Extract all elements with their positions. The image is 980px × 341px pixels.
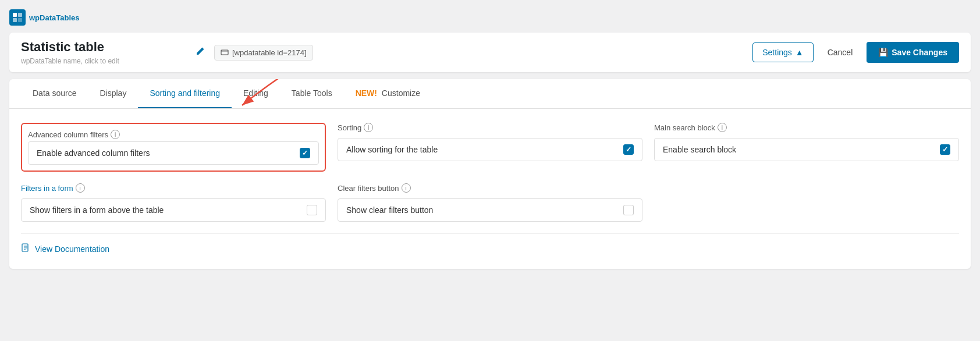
new-badge: NEW! [356,88,377,98]
logo-area: wpDataTables [9,9,79,26]
section-advanced-column-filters: Advanced column filters i Enable advance… [21,123,326,172]
option-enable-search-block: Enable search block [654,138,959,161]
info-icon-filters-form[interactable]: i [76,183,85,193]
info-icon-advanced-filters[interactable]: i [111,130,120,139]
table-name-wrapper: wpDataTable name, click to edit [21,40,186,65]
tab-customize[interactable]: NEW! Customize [344,79,432,108]
section-placeholder [654,183,959,222]
shortcode-badge[interactable]: [wpdatatable id=2174] [214,45,313,61]
save-icon: 💾 [878,48,888,57]
settings-row-1: Advanced column filters i Enable advance… [21,123,959,172]
tab-sorting-filtering[interactable]: Sorting and filtering [138,79,232,108]
cancel-button[interactable]: Cancel [821,43,860,62]
tabs-bar: Data source Display Sorting and filterin… [9,79,971,109]
enable-advanced-filters-checkbox[interactable] [300,148,310,158]
tab-customize-label: Customize [382,88,420,98]
table-name-input[interactable] [21,40,186,56]
table-name-subtitle: wpDataTable name, click to edit [21,57,186,65]
option-allow-sorting: Allow sorting for the table [338,138,642,161]
option-show-filters-form: Show filters in a form above the table [21,198,326,222]
section-label-advanced-filters: Advanced column filters i [28,130,319,139]
tab-data-source[interactable]: Data source [21,79,88,108]
document-icon [21,243,30,255]
tab-table-tools[interactable]: Table Tools [280,79,344,108]
save-button[interactable]: 💾 Save Changes [867,42,959,63]
svg-rect-0 [13,13,17,17]
section-main-search-block: Main search block i Enable search block [654,123,959,172]
settings-label: Settings [762,48,792,57]
tab-editing[interactable]: Editing [232,79,280,108]
option-show-clear-filters: Show clear filters button [338,198,642,222]
shortcode-text: [wpdatatable id=2174] [232,48,307,57]
settings-button[interactable]: Settings ▲ [752,42,813,62]
option-enable-advanced-filters: Enable advanced column filters [28,141,319,165]
section-label-sorting: Sorting i [338,123,642,132]
settings-row-2: Filters in a form i Show filters in a fo… [21,183,959,222]
content-area: Advanced column filters i Enable advance… [9,109,971,269]
title-right: Settings ▲ Cancel 💾 Save Changes [752,42,959,63]
section-clear-filters-button: Clear filters button i Show clear filter… [338,183,642,222]
info-icon-clear-filters[interactable]: i [402,183,411,193]
allow-sorting-label: Allow sorting for the table [346,145,438,154]
show-filters-form-checkbox[interactable] [307,205,317,215]
section-label-clear-filters: Clear filters button i [338,183,642,193]
logo-icon [9,9,26,26]
enable-advanced-filters-label: Enable advanced column filters [37,148,150,158]
allow-sorting-checkbox[interactable] [623,144,634,155]
section-label-filters-form: Filters in a form i [21,183,326,193]
show-clear-filters-checkbox[interactable] [623,205,634,215]
chevron-up-icon: ▲ [796,48,804,57]
enable-search-block-label: Enable search block [663,145,736,154]
show-filters-form-label: Show filters in a form above the table [30,205,164,215]
svg-rect-1 [18,13,22,17]
svg-rect-3 [18,18,22,22]
view-docs-label: View Documentation [35,244,109,254]
tab-display[interactable]: Display [88,79,138,108]
svg-rect-2 [13,18,17,22]
enable-search-block-checkbox[interactable] [940,144,950,155]
section-filters-in-form: Filters in a form i Show filters in a fo… [21,183,326,222]
title-left: wpDataTable name, click to edit [wpdatat… [21,40,313,65]
logo-text: wpDataTables [29,13,79,22]
info-icon-sorting[interactable]: i [364,123,373,132]
title-row: wpDataTable name, click to edit [wpdatat… [9,33,971,72]
show-clear-filters-label: Show clear filters button [346,205,433,215]
save-label: Save Changes [892,48,947,57]
main-card: Data source Display Sorting and filterin… [9,79,971,269]
view-documentation-link[interactable]: View Documentation [21,233,959,255]
edit-name-button[interactable] [193,44,207,61]
section-label-search-block: Main search block i [654,123,959,132]
section-sorting: Sorting i Allow sorting for the table [338,123,642,172]
svg-rect-4 [221,50,228,55]
info-icon-search-block[interactable]: i [718,123,727,132]
